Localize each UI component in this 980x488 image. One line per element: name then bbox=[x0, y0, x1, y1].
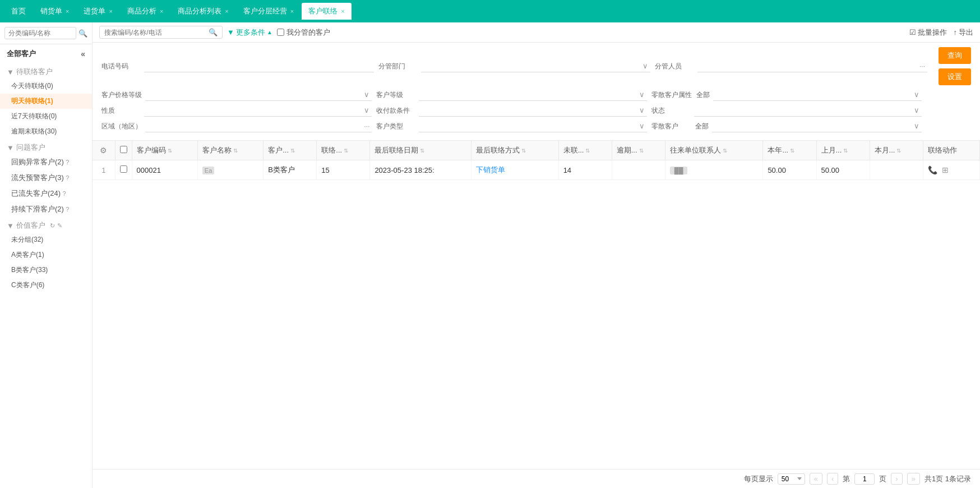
sidebar-item-c-class[interactable]: C类客户(6) bbox=[0, 278, 92, 293]
page-input[interactable] bbox=[854, 473, 875, 485]
export-btn[interactable]: ↑ 导出 bbox=[954, 27, 974, 38]
last-page-btn[interactable]: » bbox=[907, 473, 920, 485]
chevron-down-icon-status: ∨ bbox=[914, 106, 919, 114]
filter-select-payment[interactable]: ∨ bbox=[419, 104, 646, 117]
top-navigation: 首页 销货单 × 进货单 × 商品分析 × 商品分析列表 × 客户分层经营 × … bbox=[0, 0, 980, 22]
sidebar-item-b-class[interactable]: B类客户(33) bbox=[0, 263, 92, 278]
filter-select-nature[interactable]: ∨ bbox=[144, 104, 372, 117]
sidebar-item-churn-warning[interactable]: 流失预警客户(3) ? bbox=[0, 170, 92, 186]
nav-purchase[interactable]: 进货单 × bbox=[77, 3, 119, 20]
filter-select-customer-level[interactable]: ∨ bbox=[419, 89, 646, 101]
sidebar-collapse-icon[interactable]: « bbox=[81, 49, 85, 58]
nav-customer-contact[interactable]: 客户联络 × bbox=[302, 3, 351, 20]
sidebar-item-declining[interactable]: 持续下滑客户(2) ? bbox=[0, 201, 92, 217]
sidebar-item-churned[interactable]: 已流失客户(24) ? bbox=[0, 186, 92, 201]
filter-select-status[interactable]: ∨ bbox=[694, 104, 922, 117]
th-customer-type: 客户... ⇅ bbox=[264, 141, 317, 160]
sort-icon-date[interactable]: ⇅ bbox=[420, 148, 424, 154]
nav-sales[interactable]: 销货单 × bbox=[34, 3, 76, 20]
last-method-link[interactable]: 下销货单 bbox=[476, 165, 505, 174]
filter-select-customer-type[interactable]: ∨ bbox=[419, 120, 646, 132]
nav-product-analysis[interactable]: 商品分析 × bbox=[121, 3, 170, 20]
nav-product-analysis-list[interactable]: 商品分析列表 × bbox=[171, 3, 235, 20]
sidebar-item-a-class[interactable]: A类客户(1) bbox=[0, 247, 92, 263]
total-records: 共1页 1条记录 bbox=[924, 474, 971, 484]
search-icon[interactable]: 🔍 bbox=[209, 28, 218, 36]
next-page-btn[interactable]: › bbox=[891, 473, 902, 485]
filter-label-customer-level: 客户等级 bbox=[376, 90, 415, 100]
page-size-select[interactable]: 50 10 20 100 bbox=[778, 473, 805, 485]
filter-select-retail-attr[interactable]: ∨ bbox=[713, 89, 922, 101]
sidebar-item-overdue[interactable]: 逾期未联络(30) bbox=[0, 124, 92, 139]
filter-label-nature: 性质 bbox=[101, 106, 141, 116]
sidebar-item-today[interactable]: 今天待联络(0) bbox=[0, 79, 92, 94]
filter-row-2: 客户价格等级 ∨ 客户等级 ∨ 零散客户属性 全部 ∨ bbox=[101, 89, 971, 101]
gear-icon[interactable]: ⚙ bbox=[100, 146, 107, 155]
filter-dots-region[interactable]: ··· bbox=[364, 122, 369, 130]
nav-home[interactable]: 首页 bbox=[4, 3, 33, 20]
filter-cell-payment: 收付款条件 ∨ bbox=[376, 104, 646, 117]
nav-customer-contact-close[interactable]: × bbox=[341, 8, 344, 15]
search-input[interactable] bbox=[104, 29, 206, 36]
sidebar-search-input[interactable] bbox=[4, 27, 76, 39]
toolbar-right: ☑ 批量操作 ↑ 导出 bbox=[909, 27, 974, 38]
filter-select-person[interactable]: ··· bbox=[697, 61, 927, 72]
sort-icon-overdue[interactable]: ⇅ bbox=[639, 148, 644, 154]
filter-select-retail-customer[interactable]: ∨ bbox=[712, 120, 922, 132]
chevron-down-icon-payment: ∨ bbox=[639, 106, 645, 114]
first-page-btn[interactable]: « bbox=[810, 473, 822, 485]
sidebar-problem-section: ▼ 问题客户 bbox=[0, 139, 92, 154]
prev-page-btn[interactable]: ‹ bbox=[827, 473, 838, 485]
set-button[interactable]: 设置 bbox=[939, 68, 971, 85]
sort-icon-this-month[interactable]: ⇅ bbox=[896, 148, 901, 154]
row-not-contacted: 14 bbox=[558, 160, 612, 180]
filter-panel: 电话号码 分管部门 ∨ 分管人员 ··· 查询 设置 bbox=[93, 43, 980, 141]
filter-input-phone[interactable] bbox=[144, 61, 374, 72]
chevron-down-icon-level: ∨ bbox=[639, 90, 645, 99]
table-header: ⚙ 客户编码 ⇅ 客户名称 bbox=[93, 141, 980, 160]
sort-icon-name[interactable]: ⇅ bbox=[233, 148, 238, 154]
filter-select-region[interactable]: ··· bbox=[145, 121, 372, 132]
sort-icon-code[interactable]: ⇅ bbox=[168, 148, 172, 154]
more-conditions-btn[interactable]: ▼ 更多条件 ▲ bbox=[227, 27, 272, 38]
row-select-checkbox[interactable] bbox=[120, 165, 127, 173]
filter-select-dept[interactable]: ∨ bbox=[421, 60, 651, 72]
th-this-year: 本年... ⇅ bbox=[763, 141, 816, 160]
query-button[interactable]: 查询 bbox=[939, 47, 971, 64]
my-customers-label[interactable]: 我分管的客户 bbox=[277, 27, 330, 38]
nav-product-analysis-list-close[interactable]: × bbox=[225, 8, 228, 15]
sort-icon-not-contacted[interactable]: ⇅ bbox=[585, 148, 590, 154]
sidebar-item-week[interactable]: 近7天待联络(0) bbox=[0, 109, 92, 124]
phone-action-icon[interactable]: 📞 bbox=[928, 165, 937, 174]
sidebar-all-customers[interactable]: 全部客户 « bbox=[0, 44, 92, 63]
nav-sales-close[interactable]: × bbox=[66, 8, 69, 15]
row-overdue bbox=[612, 160, 665, 180]
nav-customer-segment[interactable]: 客户分层经营 × bbox=[237, 3, 301, 20]
grid-action-icon[interactable]: ⊞ bbox=[942, 165, 949, 174]
sidebar-item-ungrouped[interactable]: 未分组(32) bbox=[0, 232, 92, 247]
select-all-checkbox[interactable] bbox=[120, 146, 127, 153]
sort-icon-last-month[interactable]: ⇅ bbox=[843, 148, 848, 154]
sort-icon-type[interactable]: ⇅ bbox=[290, 148, 295, 154]
nav-purchase-close[interactable]: × bbox=[109, 8, 112, 15]
sort-icon-contact[interactable]: ⇅ bbox=[344, 148, 348, 154]
sidebar-item-tomorrow[interactable]: 明天待联络(1) bbox=[0, 94, 92, 109]
row-customer-type: B类客户 bbox=[264, 160, 317, 180]
nav-product-analysis-close[interactable]: × bbox=[160, 8, 163, 15]
sidebar-search-icon[interactable]: 🔍 bbox=[78, 29, 87, 38]
row-last-method: 下销货单 bbox=[471, 160, 558, 180]
my-customers-checkbox[interactable] bbox=[277, 29, 284, 36]
sidebar-item-repurchase-abnormal[interactable]: 回购异常客户(2) ? bbox=[0, 154, 92, 170]
nav-customer-segment-close[interactable]: × bbox=[290, 8, 294, 15]
filter-dots-person[interactable]: ··· bbox=[919, 62, 925, 70]
filter-select-price-level[interactable]: ∨ bbox=[145, 89, 372, 101]
table-area: ⚙ 客户编码 ⇅ 客户名称 bbox=[93, 141, 980, 469]
batch-op-btn[interactable]: ☑ 批量操作 bbox=[909, 27, 947, 38]
value-refresh-icon[interactable]: ↻ bbox=[50, 222, 55, 229]
sort-icon-method[interactable]: ⇅ bbox=[521, 148, 526, 154]
sort-icon-person[interactable]: ⇅ bbox=[723, 148, 727, 154]
filter-label-phone: 电话号码 bbox=[101, 62, 141, 71]
filter-cell-nature: 性质 ∨ bbox=[101, 104, 372, 117]
sort-icon-year[interactable]: ⇅ bbox=[790, 148, 794, 154]
value-edit-icon[interactable]: ✎ bbox=[57, 222, 62, 229]
